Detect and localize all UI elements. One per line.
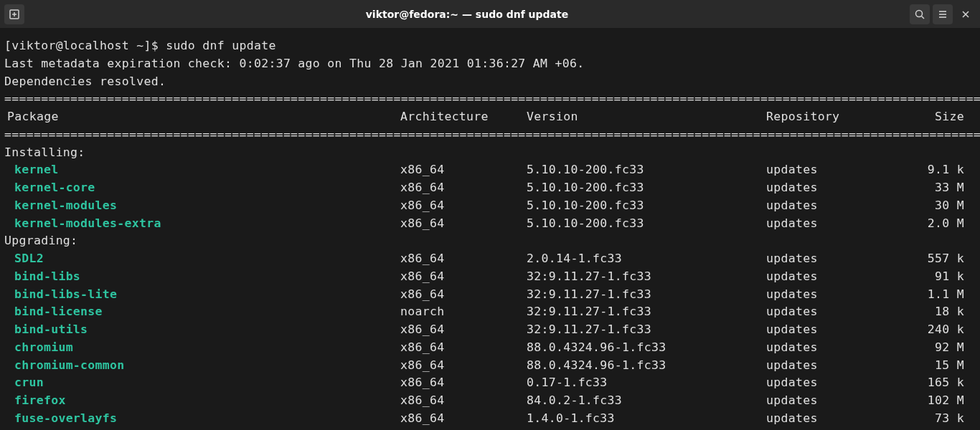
package-arch: x86_64 [400, 268, 527, 286]
package-name: chromium [14, 340, 73, 354]
package-size: 102 M [914, 392, 964, 410]
package-name: SDL2 [14, 252, 44, 265]
package-arch: x86_64 [400, 250, 527, 268]
search-button[interactable] [910, 4, 930, 24]
window-title: viktor@fedora:~ — sudo dnf update [24, 9, 910, 20]
header-repo: Repository [766, 108, 914, 126]
package-version: 32:9.11.27-1.fc33 [527, 321, 766, 339]
header-size: Size [914, 108, 964, 126]
package-name: bind-license [14, 305, 103, 318]
package-repo: updates [766, 161, 914, 179]
package-arch: noarch [400, 303, 527, 321]
table-row: firefoxx86_6484.0.2-1.fc33updates102 M [4, 392, 976, 410]
table-row: kernel-modules-extrax86_645.10.10-200.fc… [4, 215, 976, 233]
table-row: fuse-overlayfsx86_641.4.0-1.fc33updates … [4, 410, 976, 428]
package-repo: updates [766, 250, 914, 268]
package-size: 557 k [914, 250, 964, 268]
package-size: 9.1 k [914, 161, 964, 179]
shell-prompt: [viktor@localhost ~]$ [4, 39, 166, 52]
svg-point-3 [916, 10, 923, 16]
table-row: chromium-commonx86_6488.0.4324.96-1.fc33… [4, 357, 976, 375]
package-version: 5.10.10-200.fc33 [527, 215, 766, 233]
package-version: 84.0.2-1.fc33 [527, 392, 766, 410]
terminal-content[interactable]: [viktor@localhost ~]$ sudo dnf update La… [0, 29, 980, 430]
metadata-line: Last metadata expiration check: 0:02:37 … [4, 55, 976, 73]
header-arch: Architecture [400, 108, 527, 126]
package-arch: x86_64 [400, 286, 527, 304]
package-arch: x86_64 [400, 197, 527, 215]
svg-line-4 [922, 16, 925, 19]
close-button[interactable] [956, 4, 976, 24]
package-arch: x86_64 [400, 392, 527, 410]
package-name: bind-libs-lite [14, 287, 117, 301]
package-repo: updates [766, 179, 914, 197]
package-repo: updates [766, 410, 914, 428]
package-arch: x86_64 [400, 215, 527, 233]
package-size: 30 M [914, 197, 964, 215]
package-size: 2.0 M [914, 215, 964, 233]
table-row: chromiumx86_6488.0.4324.96-1.fc33updates… [4, 339, 976, 357]
package-version: 32:9.11.27-1.fc33 [527, 268, 766, 286]
table-row: kernel-corex86_645.10.10-200.fc33updates… [4, 179, 976, 197]
rule-bottom: ========================================… [4, 126, 976, 144]
table-row: SDL2x86_642.0.14-1.fc33updates557 k [4, 250, 976, 268]
section-installing: Installing: [4, 144, 976, 162]
package-name: bind-libs [14, 269, 80, 283]
section-upgrading: Upgrading: [4, 232, 976, 250]
package-size: 240 k [914, 321, 964, 339]
table-row: bind-libsx86_6432:9.11.27-1.fc33updates … [4, 268, 976, 286]
package-size: 33 M [914, 179, 964, 197]
package-name: kernel-core [14, 181, 95, 194]
package-name: firefox [14, 393, 66, 407]
new-tab-button[interactable] [4, 4, 24, 24]
package-name: kernel-modules [14, 199, 117, 212]
header-package: Package [4, 108, 400, 126]
package-size: 18 k [914, 303, 964, 321]
package-version: 2.0.14-1.fc33 [527, 250, 766, 268]
package-version: 0.17-1.fc33 [527, 374, 766, 392]
package-version: 5.10.10-200.fc33 [527, 179, 766, 197]
table-header: Package Architecture Version Repository … [4, 108, 976, 126]
package-arch: x86_64 [400, 161, 527, 179]
package-size: 73 k [914, 410, 964, 428]
package-repo: updates [766, 303, 914, 321]
package-name: fuse-overlayfs [14, 411, 117, 425]
header-version: Version [527, 108, 766, 126]
command-text: sudo dnf update [166, 39, 276, 52]
rule-top: ========================================… [4, 90, 976, 108]
package-arch: x86_64 [400, 357, 527, 375]
package-size: 1.1 M [914, 286, 964, 304]
table-row: crunx86_640.17-1.fc33updates165 k [4, 374, 976, 392]
package-version: 5.10.10-200.fc33 [527, 197, 766, 215]
package-name: kernel [14, 163, 58, 176]
package-version: 32:9.11.27-1.fc33 [527, 286, 766, 304]
package-size: 91 k [914, 268, 964, 286]
package-version: 32:9.11.27-1.fc33 [527, 303, 766, 321]
window-titlebar: viktor@fedora:~ — sudo dnf update [0, 0, 980, 29]
package-repo: updates [766, 357, 914, 375]
package-arch: x86_64 [400, 179, 527, 197]
table-row: bind-utilsx86_6432:9.11.27-1.fc33updates… [4, 321, 976, 339]
package-version: 5.10.10-200.fc33 [527, 161, 766, 179]
table-row: kernelx86_645.10.10-200.fc33updates9.1 k [4, 161, 976, 179]
package-repo: updates [766, 286, 914, 304]
menu-button[interactable] [933, 4, 953, 24]
package-repo: updates [766, 215, 914, 233]
package-repo: updates [766, 374, 914, 392]
package-repo: updates [766, 339, 914, 357]
table-row: bind-libs-litex86_6432:9.11.27-1.fc33upd… [4, 286, 976, 304]
package-name: crun [14, 376, 44, 389]
table-row: kernel-modulesx86_645.10.10-200.fc33upda… [4, 197, 976, 215]
package-version: 1.4.0-1.fc33 [527, 410, 766, 428]
package-version: 88.0.4324.96-1.fc33 [527, 339, 766, 357]
prompt-line: [viktor@localhost ~]$ sudo dnf update [4, 37, 976, 55]
package-version: 88.0.4324.96-1.fc33 [527, 357, 766, 375]
package-arch: x86_64 [400, 339, 527, 357]
package-repo: updates [766, 197, 914, 215]
package-arch: x86_64 [400, 374, 527, 392]
package-repo: updates [766, 392, 914, 410]
deps-line: Dependencies resolved. [4, 73, 976, 91]
package-repo: updates [766, 268, 914, 286]
package-size: 15 M [914, 357, 964, 375]
package-arch: x86_64 [400, 410, 527, 428]
